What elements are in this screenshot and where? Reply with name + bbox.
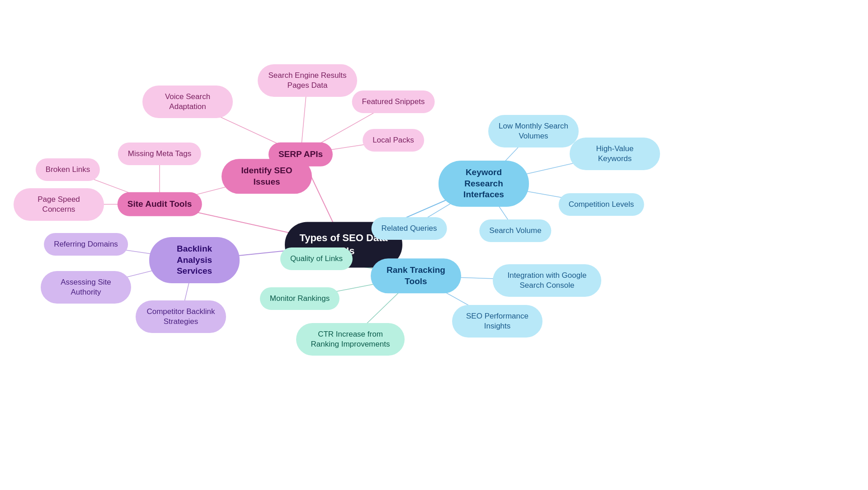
- node-rank_tracking[interactable]: Rank Tracking Tools: [371, 258, 461, 293]
- node-competitor_backlink[interactable]: Competitor Backlink Strategies: [136, 300, 226, 333]
- node-seo_performance[interactable]: SEO Performance Insights: [452, 305, 542, 338]
- node-featured_snippets[interactable]: Featured Snippets: [352, 90, 435, 113]
- node-search_volume[interactable]: Search Volume: [479, 219, 551, 242]
- node-backlink[interactable]: Backlink Analysis Services: [149, 237, 240, 283]
- node-identify_seo[interactable]: Identify SEO Issues: [222, 159, 312, 194]
- node-referring_domains[interactable]: Referring Domains: [44, 233, 128, 256]
- node-broken_links[interactable]: Broken Links: [36, 158, 100, 181]
- node-competition_levels[interactable]: Competition Levels: [559, 193, 644, 216]
- node-quality_links[interactable]: Quality of Links: [280, 247, 353, 270]
- node-serp_data[interactable]: Search Engine Results Pages Data: [258, 64, 357, 97]
- node-local_packs[interactable]: Local Packs: [363, 129, 424, 152]
- node-voice_search[interactable]: Voice Search Adaptation: [142, 86, 233, 118]
- node-low_monthly[interactable]: Low Monthly Search Volumes: [488, 115, 579, 147]
- connection-lines: [0, 0, 868, 490]
- node-integration_google[interactable]: Integration with Google Search Console: [493, 264, 601, 297]
- node-ctr_increase[interactable]: CTR Increase from Ranking Improvements: [296, 323, 405, 356]
- node-monitor_rankings[interactable]: Monitor Rankings: [260, 287, 340, 310]
- node-high_value[interactable]: High-Value Keywords: [570, 138, 660, 170]
- node-site_audit[interactable]: Site Audit Tools: [118, 192, 202, 216]
- node-assessing_authority[interactable]: Assessing Site Authority: [41, 271, 131, 304]
- mind-map: Types of SEO Data APIsSERP APIsSearch En…: [0, 0, 868, 490]
- node-related_queries[interactable]: Related Queries: [372, 217, 447, 240]
- node-keyword_research[interactable]: Keyword Research Interfaces: [439, 161, 529, 207]
- node-missing_meta[interactable]: Missing Meta Tags: [118, 143, 201, 165]
- node-page_speed[interactable]: Page Speed Concerns: [14, 188, 104, 221]
